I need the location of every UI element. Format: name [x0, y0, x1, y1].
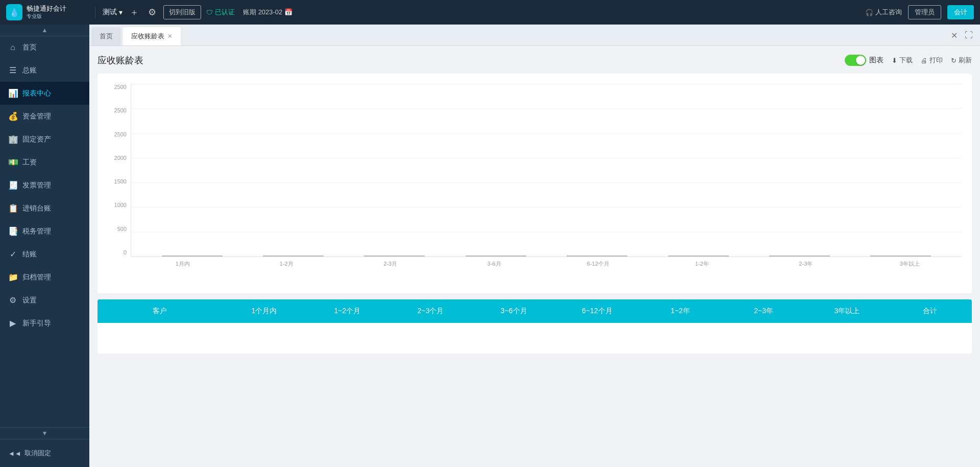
- topbar-right: 🎧 人工咨询 管理员 会计: [865, 5, 974, 19]
- switch-old-button[interactable]: 切到旧版: [163, 5, 201, 19]
- bar-4: [567, 255, 627, 256]
- certified-label: 已认证: [215, 8, 235, 17]
- page-content: 应收账龄表 图表 ⬇ 下载 🖨 打印: [89, 46, 980, 467]
- toggle-knob: [856, 56, 865, 65]
- table-section: 客户 1个月内 1~2个月 2~3个月 3~6个月 6~12个月 1~2年 2~…: [97, 299, 972, 354]
- home-icon: ⌂: [8, 43, 17, 52]
- print-button[interactable]: 🖨 打印: [921, 56, 943, 65]
- bar-0: [162, 255, 223, 256]
- sidebar-item-archive[interactable]: 📁 归档管理: [0, 266, 89, 289]
- tabbar-actions: ✕ ⛶: [949, 28, 975, 42]
- chart-toggle-label: 图表: [869, 56, 884, 65]
- add-button[interactable]: ＋: [128, 4, 141, 20]
- sidebar-item-ledger[interactable]: ☰ 总账: [0, 59, 89, 82]
- archive-icon: 📁: [8, 272, 17, 282]
- sidebar-item-tax[interactable]: 📑 税务管理: [0, 220, 89, 243]
- x-label-7: 3年以上: [858, 260, 962, 268]
- close-tab-button[interactable]: ✕: [949, 28, 960, 42]
- sidebar-item-label-assets: 固定资产: [22, 135, 51, 144]
- sidebar-item-reports[interactable]: 📊 报表中心: [0, 82, 89, 105]
- table-body: [97, 323, 972, 354]
- tab-home-label: 首页: [100, 32, 113, 41]
- chart-toggle-wrapper: 图表: [845, 55, 884, 66]
- sidebar-item-label-settings: 设置: [22, 296, 37, 305]
- admin-button[interactable]: 管理员: [908, 5, 941, 19]
- sidebar-item-purchase[interactable]: 📋 进销台账: [0, 197, 89, 220]
- sidebar-item-label-home: 首页: [22, 43, 37, 52]
- sidebar-item-salary[interactable]: 💵 工资: [0, 151, 89, 174]
- cancel-pin-label: 取消固定: [24, 449, 51, 458]
- chart-grid-area: [131, 84, 962, 257]
- calendar-icon[interactable]: 📅: [284, 8, 292, 16]
- sidebar-scroll: ▲ ⌂ 首页 ☰ 总账 📊 报表中心 💰 资金管理 🏢 固定资产: [0, 25, 89, 427]
- tab-home[interactable]: 首页: [91, 27, 121, 45]
- sidebar-item-label-archive: 归档管理: [22, 273, 51, 282]
- content-area: 首页 应收账龄表 ✕ ✕ ⛶ 应收账龄表: [89, 25, 980, 467]
- x-label-0: 1月内: [131, 260, 235, 268]
- page-header: 应收账龄表 图表 ⬇ 下载 🖨 打印: [97, 54, 972, 66]
- settings-topbar-button[interactable]: ⚙: [146, 5, 158, 20]
- sidebar-item-home[interactable]: ⌂ 首页: [0, 36, 89, 59]
- sidebar-item-label-purchase: 进销台账: [22, 204, 51, 213]
- sidebar-item-label-salary: 工资: [22, 158, 37, 167]
- print-icon: 🖨: [921, 57, 927, 64]
- sidebar-item-settings[interactable]: ⚙ 设置: [0, 289, 89, 312]
- sidebar-item-assets[interactable]: 🏢 固定资产: [0, 128, 89, 151]
- col-3y-plus: 3年以上: [805, 307, 889, 316]
- chart-y-axis: 2500 2500 2500 2000 1500 1000 500 0: [108, 84, 131, 268]
- company-dropdown-icon[interactable]: ▾: [119, 8, 122, 16]
- chart-plot: 1月内 1-2月 2-3月 3-6月 6-12个月 1-2年 2-3年 3年以上: [131, 84, 962, 268]
- y-label-4: 1500: [114, 178, 127, 184]
- assets-icon: 🏢: [8, 134, 17, 144]
- tab-aging-label: 应收账龄表: [131, 32, 164, 41]
- sidebar-item-label-settle: 结账: [22, 250, 37, 259]
- bar-group-3: [445, 255, 546, 256]
- tab-close-icon[interactable]: ✕: [167, 33, 173, 40]
- page-actions: 图表 ⬇ 下载 🖨 打印 ↻ 刷新: [845, 55, 972, 66]
- bar-group-1: [242, 255, 344, 256]
- bar-7: [870, 255, 931, 256]
- sidebar-item-settle[interactable]: ✓ 结账: [0, 243, 89, 266]
- bar-5: [668, 255, 729, 256]
- main-layout: ▲ ⌂ 首页 ☰ 总账 📊 报表中心 💰 资金管理 🏢 固定资产: [0, 25, 980, 467]
- logo-icon: 💧: [6, 4, 22, 20]
- y-label-5: 1000: [114, 202, 127, 208]
- accountant-button[interactable]: 会计: [947, 5, 974, 19]
- pin-icon: ◄◄: [8, 450, 21, 457]
- x-label-3: 3-6月: [443, 260, 547, 268]
- bar-group-6: [749, 255, 850, 256]
- col-6-12m: 6~12个月: [555, 307, 639, 316]
- x-label-2: 2-3月: [338, 260, 443, 268]
- cancel-pin-button[interactable]: ◄◄ 取消固定: [0, 443, 89, 463]
- bar-1: [263, 255, 324, 256]
- sidebar-bottom: ◄◄ 取消固定: [0, 439, 89, 467]
- download-button[interactable]: ⬇ 下载: [892, 56, 913, 65]
- chart-toggle[interactable]: [845, 55, 866, 66]
- sidebar-item-label-ledger: 总账: [22, 66, 37, 75]
- refresh-button[interactable]: ↻ 刷新: [951, 56, 972, 65]
- consult-label: 人工咨询: [875, 8, 902, 17]
- sidebar-item-label-guide: 新手引导: [22, 319, 51, 328]
- scroll-down-arrow[interactable]: ▼: [42, 430, 48, 437]
- consult-button[interactable]: 🎧 人工咨询: [865, 8, 902, 17]
- sidebar-item-funds[interactable]: 💰 资金管理: [0, 105, 89, 128]
- table-header: 客户 1个月内 1~2个月 2~3个月 3~6个月 6~12个月 1~2年 2~…: [97, 299, 972, 323]
- col-3-6m: 3~6个月: [472, 307, 555, 316]
- sidebar-item-invoice[interactable]: 🧾 发票管理: [0, 174, 89, 197]
- period-display: 账期 2023-02 📅: [243, 8, 292, 17]
- col-2-3y: 2~3年: [722, 307, 805, 316]
- x-label-4: 6-12个月: [546, 260, 650, 268]
- y-label-1: 2500: [114, 107, 127, 113]
- download-icon: ⬇: [892, 57, 897, 64]
- company-selector[interactable]: 测试 ▾: [103, 8, 122, 17]
- headset-icon: 🎧: [865, 9, 873, 16]
- tab-aging[interactable]: 应收账龄表 ✕: [123, 27, 181, 45]
- expand-tab-button[interactable]: ⛶: [963, 28, 975, 42]
- scroll-up-arrow[interactable]: ▲: [42, 27, 48, 34]
- period-label: 账期: [243, 8, 256, 16]
- chart-area: 2500 2500 2500 2000 1500 1000 500 0: [108, 84, 962, 268]
- chart-x-labels: 1月内 1-2月 2-3月 3-6月 6-12个月 1-2年 2-3年 3年以上: [131, 257, 962, 268]
- logo-text: 畅捷通好会计: [27, 5, 66, 13]
- tabbar: 首页 应收账龄表 ✕ ✕ ⛶: [89, 25, 980, 46]
- sidebar-item-guide[interactable]: ▶ 新手引导: [0, 312, 89, 335]
